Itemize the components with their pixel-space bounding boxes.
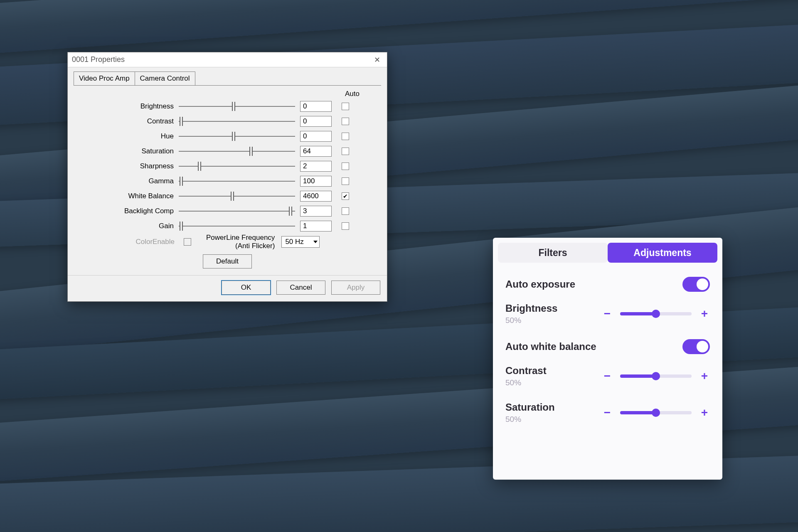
gain-input[interactable] — [300, 221, 332, 232]
gamma-slider[interactable] — [179, 177, 295, 186]
prop-label: Brightness — [77, 102, 179, 111]
auto-wb-row: Auto white balance — [505, 339, 710, 354]
tab-video-proc-amp[interactable]: Video Proc Amp — [74, 71, 135, 85]
color-powerline-row: ColorEnable PowerLine Frequency (Anti Fl… — [77, 234, 378, 250]
brightness-auto-checkbox[interactable] — [342, 103, 349, 110]
contrast-input[interactable] — [300, 116, 332, 127]
cancel-button[interactable]: Cancel — [276, 281, 325, 295]
brightness-input[interactable] — [300, 101, 332, 112]
brightness-row: Brightness 50% − + — [505, 303, 710, 325]
prop-label: Gamma — [77, 177, 179, 185]
color-enable-label: ColorEnable — [135, 238, 180, 246]
chevron-down-icon — [313, 241, 318, 243]
sharpness-slider[interactable] — [179, 162, 295, 171]
dialog-titlebar[interactable]: 0001 Properties ✕ — [68, 52, 387, 67]
white-balance-input[interactable] — [300, 191, 332, 202]
auto-exposure-label: Auto exposure — [505, 278, 575, 290]
default-button[interactable]: Default — [203, 254, 252, 268]
auto-exposure-row: Auto exposure — [505, 277, 710, 292]
plus-icon[interactable]: + — [699, 371, 710, 382]
prop-label: Backlight Comp — [77, 207, 179, 215]
dialog-title: 0001 Properties — [72, 55, 125, 64]
brightness-slider[interactable] — [620, 312, 692, 315]
brightness-value: 50% — [505, 316, 557, 325]
gain-slider[interactable] — [179, 222, 295, 231]
prop-label: White Balance — [77, 192, 179, 200]
gamma-input[interactable] — [300, 176, 332, 187]
hue-auto-checkbox[interactable] — [342, 133, 349, 140]
gamma-auto-checkbox[interactable] — [342, 177, 349, 185]
backlight-comp-slider[interactable] — [179, 207, 295, 216]
saturation-label: Saturation — [505, 401, 555, 413]
powerline-select[interactable]: 50 Hz — [281, 236, 320, 248]
close-icon[interactable]: ✕ — [369, 54, 384, 66]
saturation-input[interactable] — [300, 146, 332, 157]
brightness-label: Brightness — [505, 303, 557, 314]
contrast-value: 50% — [505, 378, 547, 387]
prop-label: Hue — [77, 132, 179, 140]
white-balance-auto-checkbox[interactable]: ✔ — [342, 192, 349, 200]
sharpness-auto-checkbox[interactable] — [342, 163, 349, 170]
contrast-auto-checkbox[interactable] — [342, 118, 349, 125]
minus-icon[interactable]: − — [602, 371, 613, 382]
panel-tabs: Filters Adjustments — [493, 238, 722, 268]
hue-input[interactable] — [300, 131, 332, 142]
sharpness-input[interactable] — [300, 161, 332, 172]
ok-button[interactable]: OK — [222, 281, 271, 295]
saturation-slider[interactable] — [179, 147, 295, 156]
adjustments-panel: Filters Adjustments Auto exposure Bright… — [493, 238, 722, 480]
tab-filters[interactable]: Filters — [498, 243, 608, 263]
prop-row-gamma: Gamma — [77, 174, 378, 189]
contrast-row: Contrast 50% − + — [505, 365, 710, 387]
prop-label: Gain — [77, 222, 179, 230]
gain-auto-checkbox[interactable] — [342, 222, 349, 230]
brightness-slider[interactable] — [179, 102, 295, 111]
dialog-buttons: OK Cancel Apply — [68, 275, 387, 301]
minus-icon[interactable]: − — [602, 308, 613, 319]
auto-wb-label: Auto white balance — [505, 341, 596, 352]
hue-slider[interactable] — [179, 132, 295, 141]
powerline-value: 50 Hz — [285, 238, 303, 246]
contrast-label: Contrast — [505, 365, 547, 377]
apply-button[interactable]: Apply — [331, 281, 380, 295]
prop-row-gain: Gain — [77, 219, 378, 234]
powerline-label: PowerLine Frequency (Anti Flicker) — [206, 234, 275, 250]
prop-row-backlight-comp: Backlight Comp — [77, 204, 378, 219]
saturation-row: Saturation 50% − + — [505, 401, 710, 424]
tab-camera-control[interactable]: Camera Control — [135, 71, 195, 85]
prop-label: Saturation — [77, 147, 179, 155]
contrast-slider[interactable] — [179, 117, 295, 126]
prop-label: Contrast — [77, 117, 179, 126]
tab-panel: Auto BrightnessContrastHueSaturationShar… — [74, 85, 381, 275]
tab-adjustments[interactable]: Adjustments — [608, 243, 717, 263]
prop-label: Sharpness — [77, 162, 179, 170]
auto-header: Auto — [77, 90, 378, 98]
contrast-slider[interactable] — [620, 374, 692, 378]
prop-row-brightness: Brightness — [77, 99, 378, 114]
minus-icon[interactable]: − — [602, 407, 613, 418]
plus-icon[interactable]: + — [699, 308, 710, 319]
prop-row-sharpness: Sharpness — [77, 159, 378, 174]
prop-row-hue: Hue — [77, 129, 378, 144]
saturation-auto-checkbox[interactable] — [342, 148, 349, 155]
backlight-comp-input[interactable] — [300, 206, 332, 217]
prop-row-white-balance: White Balance✔ — [77, 189, 378, 204]
prop-row-saturation: Saturation — [77, 144, 378, 159]
prop-row-contrast: Contrast — [77, 114, 378, 129]
auto-exposure-toggle[interactable] — [682, 277, 710, 292]
backlight-comp-auto-checkbox[interactable] — [342, 207, 349, 215]
plus-icon[interactable]: + — [699, 407, 710, 418]
saturation-value: 50% — [505, 415, 555, 424]
saturation-slider[interactable] — [620, 411, 692, 414]
auto-wb-toggle[interactable] — [682, 339, 710, 354]
color-enable-checkbox[interactable] — [184, 238, 191, 246]
dialog-tabs: Video Proc Amp Camera Control — [68, 67, 387, 85]
properties-dialog: 0001 Properties ✕ Video Proc Amp Camera … — [67, 52, 387, 302]
white-balance-slider[interactable] — [179, 192, 295, 201]
